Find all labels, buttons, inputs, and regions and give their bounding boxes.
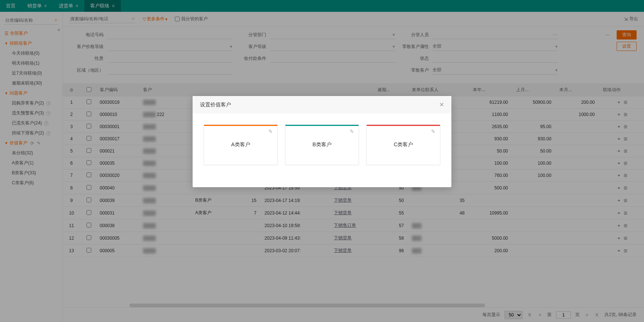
edit-icon[interactable]: ✎	[268, 129, 273, 134]
modal-close-icon[interactable]: ✕	[439, 101, 444, 108]
card-label: A类客户	[231, 141, 250, 148]
modal-title: 设置价值客户	[200, 102, 231, 108]
value-card[interactable]: ✎A类客户	[204, 124, 278, 165]
value-card[interactable]: ✎C类客户	[366, 124, 440, 165]
value-customer-modal: 设置价值客户 ✕ ✎A类客户✎B类客户✎C类客户	[193, 96, 451, 187]
value-card[interactable]: ✎B类客户	[285, 124, 359, 165]
card-label: B类客户	[312, 141, 331, 148]
card-label: C类客户	[394, 141, 413, 148]
edit-icon[interactable]: ✎	[431, 129, 435, 134]
edit-icon[interactable]: ✎	[350, 129, 354, 134]
